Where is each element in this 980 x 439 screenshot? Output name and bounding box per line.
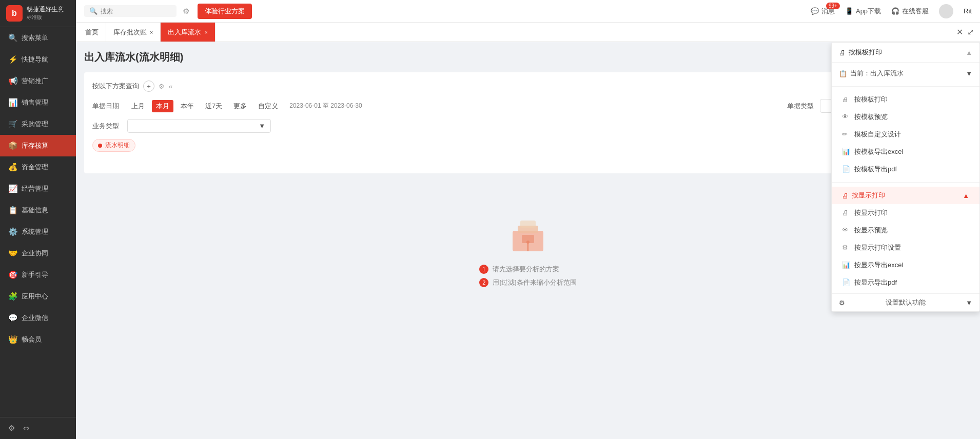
current-label: 📋 当前：出入库流水 (839, 69, 904, 78)
app-download-icon: 📱 (845, 7, 853, 15)
sidebar-label-collab: 企业协同 (22, 249, 48, 258)
sidebar-item-marketing[interactable]: 📢营销推广 (0, 70, 76, 92)
filter-add-button[interactable]: + (143, 81, 154, 92)
empty-steps: 1 请先选择要分析的方案 2 用[过滤]条件来缩小分析范围 (479, 265, 576, 291)
sidebar-label-system: 系统管理 (22, 227, 48, 236)
headset-icon: 🎧 (891, 7, 899, 15)
sidebar-icon-collab: 🤝 (8, 249, 17, 258)
message-button[interactable]: 💬 消息 99+ (811, 7, 835, 16)
sidebar-icon-members: 👑 (8, 335, 17, 344)
collapse-sidebar-icon[interactable]: ⇔ (23, 424, 30, 433)
dropdown-section2-header[interactable]: 🖨 按显示打印 ▲ (832, 187, 979, 204)
tab-flow[interactable]: 出入库流水 × (161, 23, 215, 42)
dropdown-item-display-pdf[interactable]: 📄 按显示导出pdf (832, 274, 979, 291)
dropdown-close-icon[interactable]: ▲ (966, 49, 972, 56)
settings-gear-icon[interactable]: ⚙ (183, 7, 189, 16)
page-content: 出入库流水(流水明细) 按以下方案查询 + ⚙ « 单据日期 上月 (76, 42, 980, 439)
sidebar-item-wechat[interactable]: 💬企业微信 (0, 307, 76, 329)
sidebar-label-operations: 经营管理 (22, 184, 48, 193)
trial-button[interactable]: 体验行业方案 (198, 4, 252, 19)
dropdown-header: 🖨 按模板打印 ▲ (832, 43, 979, 63)
sidebar-label-search: 搜索菜单 (22, 33, 48, 43)
step-2-number: 2 (479, 278, 488, 287)
section2-arrow: ▲ (963, 192, 969, 199)
tab-batch-label: 库存批次账 (113, 28, 147, 37)
sidebar-item-inventory[interactable]: 📦库存核算 (0, 135, 76, 156)
dropdown-item-display-excel[interactable]: 📊 按显示导出excel (832, 256, 979, 274)
sidebar-item-purchase[interactable]: 🛒采购管理 (0, 113, 76, 135)
date-tab-this-month[interactable]: 本月 (152, 100, 173, 112)
settings-icon[interactable]: ⚙ (8, 424, 15, 433)
filter-tag: 流水明细 (92, 139, 135, 152)
sidebar-item-operations[interactable]: 📈经营管理 (0, 178, 76, 199)
dropdown-item-display-preview[interactable]: 👁 按显示预览 (832, 222, 979, 239)
dropdown-section-1: 🖨 按模板打印 👁 按模板预览 ✏ 模板自定义设计 📊 按模板导出excel (832, 89, 979, 180)
tab-expand-action[interactable]: ⤢ (967, 27, 974, 37)
sidebar-bottom: ⚙ ⇔ (0, 417, 76, 439)
sidebar-item-members[interactable]: 👑畅会员 (0, 329, 76, 350)
date-tab-last-month[interactable]: 上月 (127, 100, 149, 112)
date-range-display: 2023-06-01 至 2023-06-30 (289, 102, 362, 110)
business-type-select[interactable]: ▼ (127, 119, 271, 133)
date-filter-label: 单据日期 (92, 102, 119, 111)
date-tab-this-year[interactable]: 本年 (177, 100, 198, 112)
sidebar-item-quick-nav[interactable]: ⚡快捷导航 (0, 49, 76, 70)
sidebar-item-apps[interactable]: 🧩应用中心 (0, 286, 76, 307)
dropdown-item-display-settings[interactable]: ⚙ 按显示打印设置 (832, 239, 979, 256)
date-tab-more[interactable]: 更多 (229, 100, 251, 112)
tabs-actions: ✕ ⤢ (956, 23, 980, 42)
dropdown-item-template-pdf[interactable]: 📄 按模板导出pdf (832, 161, 979, 178)
date-tab-custom[interactable]: 自定义 (254, 100, 282, 112)
tab-home[interactable]: 首页 (78, 23, 106, 42)
filter-collapse-icon[interactable]: « (169, 83, 172, 90)
tab-flow-close[interactable]: × (204, 29, 207, 35)
sidebar-icon-quick-nav: ⚡ (8, 55, 17, 64)
date-tab-7days[interactable]: 近7天 (201, 100, 226, 112)
tabs-bar: 首页 库存批次账 × 出入库流水 × ✕ ⤢ (76, 23, 980, 42)
user-avatar[interactable] (939, 4, 953, 18)
dropdown-item-display-print[interactable]: 🖨 按显示打印 (832, 204, 979, 222)
sidebar-item-collab[interactable]: 🤝企业协同 (0, 243, 76, 264)
sidebar-item-finance[interactable]: 💰资金管理 (0, 156, 76, 178)
sidebar: b 畅捷通好生意 标准版 🔍搜索菜单⚡快捷导航📢营销推广📊销售管理🛒采购管理📦库… (0, 0, 76, 439)
sidebar-label-purchase: 采购管理 (22, 119, 48, 129)
preview-icon-1: 👁 (842, 113, 850, 121)
dropdown-item-template-customize[interactable]: ✏ 模板自定义设计 (832, 126, 979, 143)
tab-batch-close[interactable]: × (150, 29, 153, 35)
sidebar-icon-system: ⚙️ (8, 227, 17, 236)
sidebar-label-inventory: 库存核算 (22, 141, 48, 150)
doc-type-label: 单据类型 (787, 102, 814, 111)
dropdown-item-template-preview[interactable]: 👁 按模板预览 (832, 108, 979, 126)
tag-dot (98, 144, 102, 148)
online-service-label: 在线客服 (902, 7, 929, 16)
sidebar-item-system[interactable]: ⚙️系统管理 (0, 221, 76, 243)
tab-flow-label: 出入库流水 (168, 28, 201, 37)
sidebar-item-basic[interactable]: 📋基础信息 (0, 199, 76, 221)
topbar-right: 💬 消息 99+ 📱 App下载 🎧 在线客服 Rit (811, 4, 972, 18)
sidebar-icon-guide: 🎯 (8, 270, 17, 280)
dropdown-item-template-print[interactable]: 🖨 按模板打印 (832, 91, 979, 108)
app-logo-icon: b (6, 5, 23, 22)
online-service-button[interactable]: 🎧 在线客服 (891, 7, 929, 16)
pdf-icon-2: 📄 (842, 278, 850, 287)
app-download-button[interactable]: 📱 App下载 (845, 7, 881, 16)
app-badge: 标准版 (27, 14, 64, 21)
dropdown-footer[interactable]: ⚙ 设置默认功能 ▼ (832, 293, 979, 311)
sidebar-label-sales: 销售管理 (22, 98, 48, 107)
tab-batch[interactable]: 库存批次账 × (106, 23, 161, 42)
preview-icon-2: 👁 (842, 226, 850, 234)
tab-close-action[interactable]: ✕ (956, 27, 963, 37)
filter-settings-icon[interactable]: ⚙ (159, 83, 165, 90)
sidebar-item-sales[interactable]: 📊销售管理 (0, 92, 76, 113)
tag-label: 流水明细 (105, 141, 130, 150)
sidebar-item-guide[interactable]: 🎯新手引导 (0, 264, 76, 286)
sidebar-item-search[interactable]: 🔍搜索菜单 (0, 27, 76, 49)
sidebar-label-members: 畅会员 (22, 335, 42, 344)
printer-icon-2: 🖨 (839, 49, 846, 56)
dropdown-item-template-excel[interactable]: 📊 按模板导出excel (832, 143, 979, 161)
pdf-icon-1: 📄 (842, 165, 850, 173)
search-box[interactable]: 🔍 (84, 5, 177, 17)
sidebar-icon-finance: 💰 (8, 163, 17, 172)
sidebar-label-wechat: 企业微信 (22, 313, 48, 323)
search-input[interactable] (101, 8, 162, 15)
